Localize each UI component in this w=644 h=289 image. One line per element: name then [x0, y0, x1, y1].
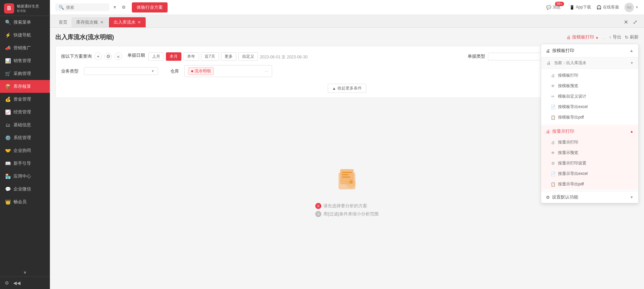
dp-display-section-arrow[interactable]: ▲: [630, 129, 634, 133]
warehouse-label: 仓库: [170, 68, 179, 74]
date-more-btn[interactable]: 更多: [221, 52, 236, 61]
dp-display-preview-item[interactable]: 👁 按显示预览: [541, 148, 638, 158]
app-download-button[interactable]: 📱 App下载: [569, 4, 591, 10]
dp-current-arrow[interactable]: ▼: [630, 61, 634, 65]
sidebar-item-marketing[interactable]: 📣 营销推广: [0, 42, 50, 54]
tab-flow[interactable]: 出入库流水 ✕: [109, 17, 146, 27]
business-type-label: 业务类型: [61, 68, 79, 74]
flow-tab-close[interactable]: ✕: [138, 20, 141, 25]
dp-template-pdf-icon: 📋: [551, 115, 555, 120]
sidebar-item-appcenter[interactable]: 🏪 应用中心: [0, 170, 50, 183]
sidebar-item-corpwechat[interactable]: 💬 企业微信: [0, 183, 50, 195]
industry-solution-button[interactable]: 体验行业方案: [132, 2, 168, 12]
sidebar-item-system[interactable]: ⚙️ 系统管理: [0, 131, 50, 144]
system-icon: ⚙️: [5, 135, 11, 141]
app-name: 畅捷通好生意: [17, 4, 39, 8]
sidebar-scroll-down[interactable]: ▼: [0, 269, 50, 277]
date-this-month-btn[interactable]: 本月: [166, 52, 181, 61]
app-edition: 标准版: [17, 9, 39, 13]
tab-batch[interactable]: 库存批次账 ✕: [71, 17, 108, 27]
settings-icon[interactable]: ⚙: [5, 280, 9, 286]
topbar-search-box[interactable]: 🔍: [55, 3, 109, 11]
collapse-sidebar-icon[interactable]: ◀◀: [13, 280, 21, 286]
page-actions: 🖨 按模板打印 ▲ ... ↑ 导出 ↻ 刷新: [566, 34, 639, 40]
collab-icon: 🤝: [5, 148, 11, 154]
warehouse-more-icon[interactable]: ···: [265, 69, 268, 74]
batch-tab-close[interactable]: ✕: [100, 20, 104, 25]
business-type-select[interactable]: ▼: [84, 67, 158, 75]
dp-current-item[interactable]: 🖨 当前：出入库流水 ▼: [541, 57, 638, 69]
app-name-block: 畅捷通好生意 标准版: [17, 4, 39, 13]
sidebar-item-guide[interactable]: 📖 新手引导: [0, 157, 50, 170]
corpwechat-icon: 💬: [5, 186, 11, 192]
sidebar-item-quicknav[interactable]: ⚡ 快捷导航: [0, 29, 50, 42]
appcenter-icon: 🏪: [5, 173, 11, 179]
dp-display-print-settings-item[interactable]: ⚙ 按显示打印设置: [541, 158, 638, 168]
dp-display-pdf-item[interactable]: 📋 按显示导出pdf: [541, 179, 638, 189]
dp-template-custom-label: 模板自定义设计: [558, 94, 586, 99]
guide-icon: 📖: [5, 160, 11, 166]
sidebar-item-vip[interactable]: 👑 畅会员: [0, 195, 50, 208]
topbar-gear-icon[interactable]: ⚙: [122, 5, 126, 10]
refresh-label: 刷新: [630, 34, 639, 40]
empty-illustration: [330, 162, 364, 196]
search-input[interactable]: [66, 5, 100, 10]
sidebar-item-finance[interactable]: 💰 资金管理: [0, 93, 50, 106]
sidebar-item-label: 经营管理: [13, 109, 31, 115]
dp-template-excel-item[interactable]: 📄 按模板导出excel: [541, 102, 638, 112]
date-last-month-btn[interactable]: 上月: [148, 52, 164, 61]
dp-template-pdf-label: 按模板导出pdf: [558, 114, 584, 120]
date-last7-btn[interactable]: 近7天: [201, 52, 219, 61]
tabbar: 首页 库存批次账 ✕ 出入库流水 ✕ ✕ ⤢: [50, 15, 644, 28]
doc-type-label: 单据类型: [468, 53, 485, 59]
sidebar-item-basics[interactable]: 🗂 基础信息: [0, 119, 50, 131]
purchase-icon: 🛒: [5, 71, 11, 77]
dp-template-excel-icon: 📄: [551, 105, 555, 109]
dp-template-pdf-item[interactable]: 📋 按模板导出pdf: [541, 112, 638, 123]
dp-template-preview-item[interactable]: 👁 按模板预览: [541, 81, 638, 91]
dp-template-custom-item[interactable]: ✏ 模板自定义设计: [541, 91, 638, 102]
dp-display-print-item[interactable]: 🖨 按显示打印: [541, 137, 638, 148]
print-dropdown-arrow[interactable]: ▲: [595, 35, 599, 39]
filter-config-button[interactable]: ⚙: [105, 53, 112, 60]
date-custom-btn[interactable]: 自定义: [238, 52, 258, 61]
filter-add-button[interactable]: +: [94, 53, 102, 60]
export-icon: ↑: [609, 35, 612, 40]
topbar-dropdown-arrow[interactable]: ▼: [113, 5, 117, 10]
dp-header-arrow[interactable]: ▲: [630, 48, 634, 53]
tab-expand-button[interactable]: ⤢: [632, 18, 639, 26]
dp-template-print-item[interactable]: 🖨 按模板打印: [541, 70, 638, 81]
sidebar-item-operations[interactable]: 📈 经营管理: [0, 106, 50, 119]
dp-display-section-header[interactable]: 🖨 按显示打印 ▲: [541, 126, 638, 137]
topbar: 🔍 ▼ ⚙ 体验行业方案 💬 消息 99+ 📱 App下载 🎧 在线客服 R: [50, 0, 644, 15]
online-service-button[interactable]: 🎧 在线客服: [596, 4, 619, 10]
dp-template-excel-label: 按模板导出excel: [558, 104, 588, 110]
sidebar-item-purchase[interactable]: 🛒 采购管理: [0, 67, 50, 80]
tab-close-all-button[interactable]: ✕: [622, 18, 630, 26]
user-avatar-button[interactable]: Rit ▼: [624, 3, 639, 12]
sidebar-item-inventory[interactable]: 📦 库存核算: [0, 80, 50, 93]
print-template-button[interactable]: 🖨 按模板打印 ▲: [566, 34, 599, 40]
dp-display-pdf-icon: 📋: [551, 182, 555, 187]
date-this-year-btn[interactable]: 本年: [183, 52, 199, 61]
batch-tab-label: 库存批次账: [76, 19, 98, 25]
filter-collapse-button[interactable]: «: [115, 53, 122, 60]
sidebar-item-label: 资金管理: [13, 96, 31, 102]
notifications-button[interactable]: 💬 消息 99+: [546, 4, 561, 10]
tab-home[interactable]: 首页: [55, 17, 71, 27]
sidebar-item-sales[interactable]: 📊 销售管理: [0, 54, 50, 67]
sidebar-item-collab[interactable]: 🤝 企业协同: [0, 144, 50, 157]
sidebar-item-label: 系统管理: [13, 135, 31, 141]
dp-divider-2: [541, 190, 638, 190]
dp-display-excel-item[interactable]: 📄 按显示导出excel: [541, 168, 638, 179]
dp-display-icon: 🖨: [546, 129, 550, 134]
sidebar-item-search[interactable]: 🔍 搜索菜单: [0, 16, 50, 29]
refresh-button[interactable]: ↻ 刷新: [625, 34, 639, 40]
collapse-conditions-button[interactable]: ▲ 收起更多条件: [328, 84, 366, 93]
dp-template-preview-icon: 👁: [551, 84, 555, 88]
export-button[interactable]: ↑ 导出: [609, 34, 622, 40]
warehouse-select[interactable]: 流水明细 ···: [184, 65, 272, 77]
dp-footer-arrow: ▼: [630, 195, 634, 199]
dp-display-section-title: 🖨 按显示打印: [546, 128, 574, 134]
dp-default-func-item[interactable]: ⚙ 设置默认功能 ▼: [541, 191, 638, 203]
